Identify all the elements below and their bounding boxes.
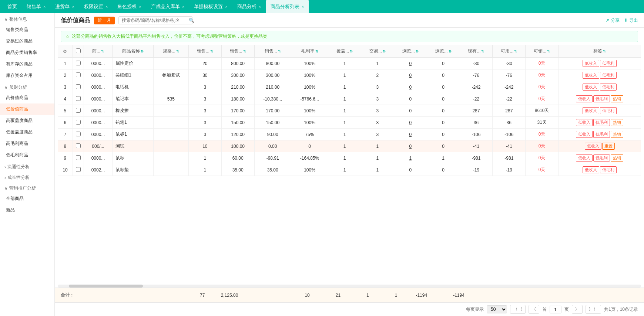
th-tags[interactable]: 标签⇅ xyxy=(559,45,641,58)
th-browse2[interactable]: 浏览...⇅ xyxy=(427,45,460,58)
page-size-select[interactable]: 50 100 200 xyxy=(487,305,507,313)
browse-link[interactable]: 0 xyxy=(409,96,412,102)
th-s2[interactable]: 销售...⇅ xyxy=(221,45,254,58)
close-icon[interactable]: × xyxy=(302,4,304,9)
table-container[interactable]: ⚙ 商...⇅ 商品名称⇅ 规格...⇅ 销售...⇅ 销售...⇅ 销售...… xyxy=(55,45,644,285)
browse-link[interactable]: 0 xyxy=(409,144,412,149)
nav-product-analysis-list[interactable]: 商品分析列表 × xyxy=(266,0,308,13)
nav-role-auth[interactable]: 角色授权 × xyxy=(113,0,145,13)
td-browse1[interactable]: 0 xyxy=(394,58,427,69)
collapse-icon-4[interactable]: › xyxy=(4,175,6,180)
row-checkbox[interactable] xyxy=(76,108,81,113)
td-checkbox[interactable] xyxy=(73,58,84,69)
th-browse1[interactable]: 浏览...⇅ xyxy=(394,45,427,58)
row-checkbox[interactable] xyxy=(76,84,81,89)
close-icon[interactable]: × xyxy=(225,4,227,9)
row-checkbox[interactable] xyxy=(76,72,81,77)
browse-link[interactable]: 0 xyxy=(409,132,412,137)
scrollbar-thumb[interactable] xyxy=(69,285,143,288)
td-browse1[interactable]: 0 xyxy=(394,81,427,93)
td-checkbox[interactable] xyxy=(73,105,84,117)
td-browse1[interactable]: 0 xyxy=(394,164,427,176)
close-icon[interactable]: × xyxy=(182,4,184,9)
collapse-icon[interactable]: ∨ xyxy=(4,17,8,22)
sidebar-item-in-stock[interactable]: 有库存的商品 xyxy=(0,58,54,70)
row-checkbox[interactable] xyxy=(76,143,81,148)
sidebar-item-low-profit[interactable]: 低毛利商品 xyxy=(0,149,54,161)
export-button[interactable]: ⬇ 导出 xyxy=(624,17,638,24)
sidebar-item-high-profit[interactable]: 高毛利商品 xyxy=(0,138,54,149)
row-checkbox[interactable] xyxy=(76,155,81,160)
td-checkbox[interactable] xyxy=(73,93,84,105)
browse-link[interactable]: 1 xyxy=(409,156,412,161)
th-cov[interactable]: 覆盖...⇅ xyxy=(328,45,361,58)
sidebar-item-high-coverage[interactable]: 高覆盖度商品 xyxy=(0,115,54,126)
select-all-checkbox[interactable] xyxy=(76,48,81,53)
th-name[interactable]: 商品名称⇅ xyxy=(113,45,154,58)
th-spec[interactable]: 规格...⇅ xyxy=(153,45,188,58)
td-browse1[interactable]: 1 xyxy=(394,152,427,164)
nav-product-in[interactable]: 产成品入库单 × xyxy=(147,0,189,13)
close-icon[interactable]: × xyxy=(105,4,108,9)
nav-template[interactable]: 单据模板设置 × xyxy=(189,0,232,13)
nav-permission[interactable]: 权限设置 × xyxy=(80,0,112,13)
row-checkbox[interactable] xyxy=(76,167,81,172)
row-checkbox[interactable] xyxy=(76,61,81,65)
sidebar-item-high-value[interactable]: 高价值商品 xyxy=(0,92,54,103)
browse-link[interactable]: 0 xyxy=(409,61,412,66)
close-icon[interactable]: × xyxy=(139,4,141,9)
share-button[interactable]: ↗ 分享 xyxy=(606,17,620,24)
collapse-icon-5[interactable]: ∨ xyxy=(4,186,8,191)
nav-purchase-order[interactable]: 进货单 × xyxy=(51,0,78,13)
th-s1[interactable]: 销售...⇅ xyxy=(188,45,221,58)
collapse-icon-3[interactable]: › xyxy=(4,164,6,170)
th-stock[interactable]: 现有...⇅ xyxy=(460,45,493,58)
th-rate[interactable]: 毛利率⇅ xyxy=(291,45,328,58)
prev-page-button[interactable]: 〈 xyxy=(529,305,539,314)
close-icon[interactable]: × xyxy=(43,4,46,9)
search-icon[interactable]: 🔍 xyxy=(189,18,194,23)
page-number-input[interactable] xyxy=(550,306,561,313)
nav-home[interactable]: 首页 xyxy=(3,0,21,13)
browse-link[interactable]: 0 xyxy=(409,167,412,173)
th-settings[interactable]: ⚙ xyxy=(58,45,73,58)
browse-link[interactable]: 0 xyxy=(409,120,412,125)
th-sale[interactable]: 可销...⇅ xyxy=(526,45,559,58)
td-browse1[interactable]: 0 xyxy=(394,117,427,129)
horizontal-scrollbar[interactable] xyxy=(58,285,641,288)
sidebar-item-low-value[interactable]: 低价值商品 xyxy=(0,103,54,115)
sidebar-item-traded-products[interactable]: 交易过的商品 xyxy=(0,35,54,47)
sidebar-item-sales-products[interactable]: 销售类商品 xyxy=(0,24,54,35)
td-browse1[interactable]: 0 xyxy=(394,105,427,117)
collapse-icon-2[interactable]: ∨ xyxy=(4,85,8,90)
th-checkbox[interactable] xyxy=(73,45,84,58)
row-checkbox[interactable] xyxy=(76,96,81,101)
td-checkbox[interactable] xyxy=(73,140,84,152)
sidebar-item-category-rate[interactable]: 商品分类销售率 xyxy=(0,47,54,58)
date-filter-button[interactable]: 近一月 xyxy=(94,17,115,24)
first-page-button[interactable]: 〈〈 xyxy=(510,305,526,314)
td-browse1[interactable]: 0 xyxy=(394,129,427,140)
search-input[interactable] xyxy=(118,16,192,24)
close-icon[interactable]: × xyxy=(72,4,74,9)
td-checkbox[interactable] xyxy=(73,129,84,140)
next-page-button[interactable]: 〉 xyxy=(572,305,583,314)
browse-link[interactable]: 0 xyxy=(409,85,412,90)
td-checkbox[interactable] xyxy=(73,81,84,93)
browse-link[interactable]: 0 xyxy=(409,73,412,78)
th-trade[interactable]: 交易...⇅ xyxy=(361,45,394,58)
browse-link[interactable]: 0 xyxy=(409,108,412,113)
td-checkbox[interactable] xyxy=(73,117,84,129)
sidebar-item-capital[interactable]: 库存资金占用 xyxy=(0,70,54,81)
close-icon[interactable]: × xyxy=(259,4,261,9)
td-browse1[interactable]: 0 xyxy=(394,140,427,152)
sidebar-item-all-products[interactable]: 全部商品 xyxy=(0,193,54,204)
sidebar-item-low-coverage[interactable]: 低覆盖度商品 xyxy=(0,126,54,138)
td-checkbox[interactable] xyxy=(73,69,84,81)
td-checkbox[interactable] xyxy=(73,152,84,164)
td-browse1[interactable]: 0 xyxy=(394,69,427,81)
nav-sales-order[interactable]: 销售单 × xyxy=(22,0,50,13)
th-code[interactable]: 商...⇅ xyxy=(84,45,112,58)
th-s3[interactable]: 销售...⇅ xyxy=(254,45,291,58)
nav-product-analysis[interactable]: 商品分析 × xyxy=(233,0,265,13)
